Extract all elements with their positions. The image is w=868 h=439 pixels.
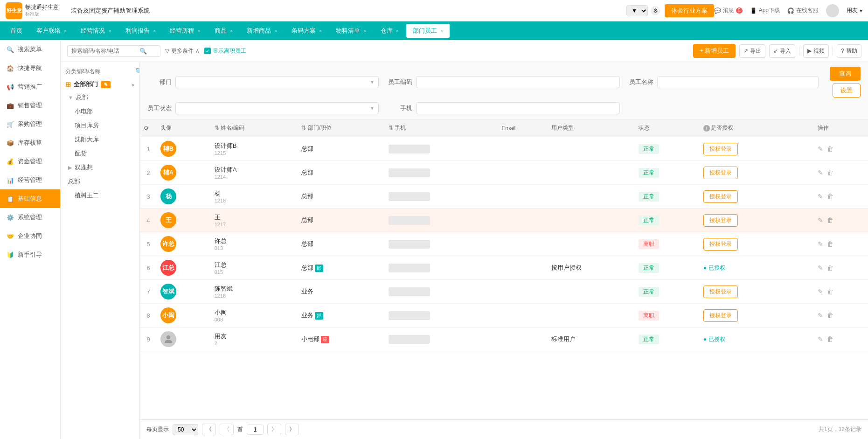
edit-icon[interactable]: ✎ bbox=[818, 312, 823, 319]
edit-icon[interactable]: ✎ bbox=[818, 264, 823, 272]
dept-item-project[interactable]: 项目库房 bbox=[61, 118, 139, 132]
tab-dept-employee[interactable]: 部门员工 × bbox=[406, 24, 450, 38]
delete-icon[interactable]: 🗑 bbox=[827, 335, 833, 343]
query-button[interactable]: 查询 bbox=[830, 67, 861, 81]
dept-item-peihuo[interactable]: 配货 bbox=[61, 146, 139, 160]
edit-icon[interactable]: ✎ bbox=[818, 240, 823, 248]
tab-customer[interactable]: 客户联络 × bbox=[30, 24, 73, 38]
edit-icon[interactable]: ✎ bbox=[818, 193, 823, 200]
delete-icon[interactable]: 🗑 bbox=[827, 240, 833, 248]
tab-home[interactable]: 首页 bbox=[4, 24, 29, 38]
first-page-button[interactable]: 《 bbox=[202, 424, 216, 435]
sidebar-item-system[interactable]: ⚙️系统管理 bbox=[0, 208, 60, 227]
system-dropdown[interactable]: ▼ bbox=[626, 5, 648, 16]
export-button[interactable]: ↗ 导出 bbox=[739, 44, 765, 58]
tab-bom[interactable]: 物料清单 × bbox=[329, 24, 373, 38]
close-icon[interactable]: × bbox=[64, 28, 67, 34]
online-service-button[interactable]: 🎧 在线客服 bbox=[787, 7, 819, 14]
sidebar-item-finance[interactable]: 💰资金管理 bbox=[0, 152, 60, 171]
next-page-button[interactable]: 〉 bbox=[267, 424, 281, 435]
auth-login-button[interactable]: 授权登录 bbox=[703, 143, 738, 155]
last-page-button[interactable]: 》 bbox=[285, 424, 299, 435]
auth-login-button[interactable]: 授权登录 bbox=[703, 286, 738, 298]
edit-icon[interactable]: ✎ bbox=[818, 216, 823, 224]
search-input-wrapper[interactable]: 🔍 bbox=[67, 45, 160, 57]
th-dept[interactable]: ⇅ 部门/职位 bbox=[298, 119, 385, 137]
emp-name-textfield[interactable] bbox=[662, 79, 813, 85]
help-button[interactable]: ? 帮助 bbox=[837, 44, 861, 58]
delete-icon[interactable]: 🗑 bbox=[827, 312, 833, 319]
per-page-select[interactable]: 50 20 100 bbox=[173, 424, 198, 435]
sidebar-item-operation[interactable]: 📊经营管理 bbox=[0, 171, 60, 189]
edit-dept-icon[interactable]: ✎ bbox=[101, 81, 111, 88]
delete-icon[interactable]: 🗑 bbox=[827, 193, 833, 200]
delete-icon[interactable]: 🗑 bbox=[827, 145, 833, 153]
user-menu[interactable]: 用友 ▾ bbox=[847, 7, 862, 14]
phone-textfield[interactable] bbox=[421, 105, 614, 111]
auth-login-button[interactable]: 授权登录 bbox=[703, 167, 738, 179]
collapse-tree-btn[interactable]: « bbox=[132, 81, 135, 88]
emp-status-select[interactable]: ▾ bbox=[175, 102, 379, 114]
sidebar-item-quicknav[interactable]: 🏠快捷导航 bbox=[0, 59, 60, 77]
experience-button[interactable]: 体验行业方案 bbox=[665, 4, 714, 17]
emp-code-input[interactable] bbox=[416, 76, 619, 88]
dept-select[interactable]: ▾ bbox=[175, 76, 379, 88]
tab-business[interactable]: 经营情况 × bbox=[74, 24, 118, 38]
prev-page-button[interactable]: 〈 bbox=[220, 424, 234, 435]
close-icon[interactable]: × bbox=[153, 28, 156, 34]
message-button[interactable]: 💬 消息 5 bbox=[714, 7, 743, 14]
dept-item-xiaodianbu[interactable]: 小电部 bbox=[61, 105, 139, 118]
settings-icon[interactable]: ⚙ bbox=[651, 6, 660, 15]
dept-item-shuanglu[interactable]: ▶ 双鹿想 bbox=[61, 160, 139, 174]
sidebar-item-collab[interactable]: 🤝企业协同 bbox=[0, 227, 60, 245]
phone-input[interactable] bbox=[416, 102, 619, 114]
add-employee-button[interactable]: + 新增员工 bbox=[693, 44, 736, 58]
edit-icon[interactable]: ✎ bbox=[818, 145, 823, 153]
auth-login-button[interactable]: 授权登录 bbox=[703, 214, 738, 227]
dept-item-shenyang[interactable]: 沈阳大库 bbox=[61, 132, 139, 146]
close-icon[interactable]: × bbox=[363, 28, 366, 34]
emp-code-textfield[interactable] bbox=[421, 79, 614, 85]
show-resigned-checkbox[interactable]: ✓ 显示离职员工 bbox=[204, 47, 246, 55]
tab-warehouse[interactable]: 仓库 × bbox=[374, 24, 405, 38]
close-icon[interactable]: × bbox=[230, 28, 233, 34]
dept-item-zhishu[interactable]: 植树王二 bbox=[61, 188, 139, 202]
video-button[interactable]: ▶ 视频 bbox=[803, 44, 829, 58]
close-icon[interactable]: × bbox=[440, 28, 443, 34]
tab-profit[interactable]: 利润报告 × bbox=[119, 24, 162, 38]
dept-item-zongbu-expand[interactable]: ▼ 总部 bbox=[61, 91, 139, 105]
sidebar-item-guide[interactable]: 🔰新手引导 bbox=[0, 245, 60, 264]
sidebar-item-basic[interactable]: 📋基础信息 bbox=[0, 189, 60, 208]
close-icon[interactable]: × bbox=[108, 28, 111, 34]
settings-col-icon[interactable]: ⚙ bbox=[144, 125, 149, 132]
delete-icon[interactable]: 🗑 bbox=[827, 169, 833, 176]
tab-goods[interactable]: 商品 × bbox=[208, 24, 239, 38]
close-icon[interactable]: × bbox=[197, 28, 200, 34]
sidebar-item-purchase[interactable]: 🛒采购管理 bbox=[0, 115, 60, 133]
sidebar-item-sales[interactable]: 💼销售管理 bbox=[0, 96, 60, 115]
sidebar-item-search[interactable]: 🔍搜索菜单 bbox=[0, 40, 60, 59]
th-phone[interactable]: ⇅ 手机 bbox=[385, 119, 498, 137]
close-icon[interactable]: × bbox=[274, 28, 277, 34]
dept-item-zongbu2[interactable]: 总部 bbox=[61, 174, 139, 188]
auth-login-button[interactable]: 授权登录 bbox=[703, 309, 738, 322]
delete-icon[interactable]: 🗑 bbox=[827, 264, 833, 272]
th-name[interactable]: ⇅ 姓名/编码 bbox=[211, 119, 298, 137]
import-button[interactable]: ↙ 导入 bbox=[769, 44, 795, 58]
th-settings[interactable]: ⚙ bbox=[140, 119, 157, 137]
dept-search-input[interactable] bbox=[65, 68, 135, 75]
edit-icon[interactable]: ✎ bbox=[818, 288, 823, 295]
delete-icon[interactable]: 🗑 bbox=[827, 216, 833, 224]
sidebar-item-marketing[interactable]: 📢营销推广 bbox=[0, 77, 60, 96]
close-icon[interactable]: × bbox=[396, 28, 399, 34]
tab-history[interactable]: 经营历程 × bbox=[163, 24, 207, 38]
tab-barcode[interactable]: 条码方案 × bbox=[285, 24, 328, 38]
emp-name-input[interactable] bbox=[657, 76, 819, 88]
more-filters-button[interactable]: ▽ 更多条件 ∧ bbox=[165, 47, 200, 55]
page-number-input[interactable] bbox=[247, 425, 264, 435]
sidebar-item-inventory[interactable]: 📦库存核算 bbox=[0, 133, 60, 152]
delete-icon[interactable]: 🗑 bbox=[827, 288, 833, 295]
auth-login-button[interactable]: 授权登录 bbox=[703, 238, 738, 251]
app-download-button[interactable]: 📱 App下载 bbox=[750, 7, 780, 14]
close-icon[interactable]: × bbox=[319, 28, 322, 34]
